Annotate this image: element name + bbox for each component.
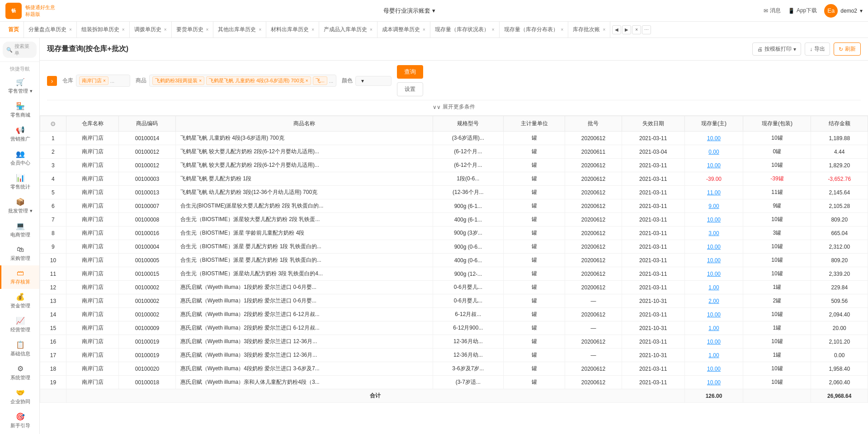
close-icon[interactable]: × xyxy=(311,27,314,32)
expand-more-btn[interactable]: ∨∨ 展开更多条件 xyxy=(47,100,861,111)
close-icon[interactable]: × xyxy=(206,27,209,32)
tab-batch-account[interactable]: 库存批次账 × xyxy=(568,22,610,38)
row-stock[interactable]: 9.00 xyxy=(684,199,743,213)
tab-cost-adjust[interactable]: 成本调整单历史 × xyxy=(377,22,430,38)
row-spec: 400g (0-6... xyxy=(433,254,504,267)
sidebar-item-enterprise[interactable]: 🤝 企业协同 xyxy=(0,385,39,409)
row-stock[interactable]: 10.00 xyxy=(684,132,743,145)
page-title: 现存量查询(按仓库+批次) xyxy=(47,44,128,54)
filter-more-dots[interactable]: ... xyxy=(110,78,114,84)
sidebar-item-ecommerce[interactable]: 💻 电商管理 xyxy=(0,218,39,242)
filter-expand-btn[interactable]: › xyxy=(47,76,57,86)
tab-combo-history[interactable]: 组装拆卸单历史 × xyxy=(77,22,130,38)
row-stock[interactable]: 3.00 xyxy=(684,226,743,240)
close-icon[interactable]: × xyxy=(259,27,261,32)
close-icon[interactable]: × xyxy=(561,27,564,32)
table-row: 17 南岸门店 00100019 惠氏启赋（Wyeth illuma）3段奶粉 … xyxy=(40,349,868,362)
row-expire: 2021-03-11 xyxy=(622,132,684,145)
tab-label: 成本调整单历史 xyxy=(382,26,420,33)
remove-product-tag-2-icon[interactable]: × xyxy=(306,78,308,83)
tab-material-out[interactable]: 材料出库单历史 × xyxy=(266,22,319,38)
row-name: 合生元（BIOSTIME）派星 学龄前儿童配方奶粉 4段 xyxy=(175,226,433,240)
sidebar-item-wholesale[interactable]: 📦 批发管理 ▾ xyxy=(0,194,39,218)
row-stock[interactable]: 10.00 xyxy=(684,159,743,172)
sidebar-item-retail-mgmt[interactable]: 🛒 零售管理 ▾ xyxy=(0,74,39,98)
tab-stock-status[interactable]: 现存量（库存状况表） × xyxy=(430,22,500,38)
close-icon[interactable]: × xyxy=(492,27,495,32)
message-btn[interactable]: ✉ 消息 xyxy=(764,7,781,14)
tab-split-history[interactable]: 分量盘点单历史 × xyxy=(24,22,77,38)
sidebar-item-guide[interactable]: 🎯 新手引导 xyxy=(0,409,39,433)
row-stock[interactable]: 1.00 xyxy=(684,349,743,362)
row-stock[interactable]: 10.00 xyxy=(684,267,743,281)
row-stock[interactable]: 0.00 xyxy=(684,145,743,159)
row-stock[interactable]: 10.00 xyxy=(684,335,743,349)
close-icon[interactable]: × xyxy=(603,27,605,32)
close-icon[interactable]: × xyxy=(423,27,425,32)
row-stock[interactable]: 10.00 xyxy=(684,362,743,376)
app-download-btn[interactable]: 📱 App下载 xyxy=(788,7,817,14)
remove-warehouse-tag-icon[interactable]: × xyxy=(103,78,106,83)
row-stock[interactable]: 10.00 xyxy=(684,254,743,267)
sidebar-item-retail-mall[interactable]: 🏪 零售商城 xyxy=(0,98,39,122)
product-filter-more-dots[interactable]: ... xyxy=(329,78,333,84)
tab-mix-history[interactable]: 调拨单历史 × xyxy=(130,22,172,38)
nav-more-btn[interactable]: ⋯ xyxy=(642,25,651,34)
summary-total-amount: 26,968.64 xyxy=(811,389,868,403)
row-stock[interactable]: 10.00 xyxy=(684,376,743,389)
user-area[interactable]: Ea demo2 ▾ xyxy=(824,4,863,18)
row-stock[interactable]: 11.00 xyxy=(684,186,743,199)
tab-require-history[interactable]: 要货单历史 × xyxy=(172,22,214,38)
sidebar-search-area[interactable]: 🔍 搜索菜单 xyxy=(0,38,39,62)
row-stock[interactable]: -39.00 xyxy=(684,172,743,186)
search-input-area[interactable]: 🔍 搜索菜单 xyxy=(3,42,37,58)
warehouse-tag-container[interactable]: 南岸门店 × ... xyxy=(76,75,130,87)
close-icon[interactable]: × xyxy=(164,27,167,32)
summary-total-stock: 126.00 xyxy=(684,389,743,403)
sidebar-item-operations[interactable]: 📈 经营管理 xyxy=(0,313,39,337)
row-expire: 2021-03-11 xyxy=(622,159,684,172)
sidebar-item-purchase[interactable]: 🛍 采购管理 xyxy=(0,242,39,265)
row-stock[interactable]: 10.00 xyxy=(684,308,743,321)
row-stock[interactable]: 1.00 xyxy=(684,281,743,294)
tab-other-out[interactable]: 其他出库单历史 × xyxy=(213,22,266,38)
nav-next-btn[interactable]: ▶ xyxy=(622,25,631,34)
product-tag-container[interactable]: 飞鹤奶粉3段两提装 × 飞鹤星飞帆 儿童奶粉 4段(3-6岁适用) 700克 ×… xyxy=(149,75,336,87)
enterprise-selector[interactable]: 母婴行业演示账套 ▾ xyxy=(383,7,435,15)
close-icon[interactable]: × xyxy=(122,27,125,32)
sidebar-item-finance[interactable]: 💰 资金管理 xyxy=(0,289,39,313)
tab-label: 要货单历史 xyxy=(176,26,203,33)
close-icon[interactable]: × xyxy=(69,27,72,32)
sidebar-quick-nav[interactable]: 快捷导航 xyxy=(0,62,39,74)
row-code: 00100018 xyxy=(119,376,175,389)
row-stock[interactable]: 10.00 xyxy=(684,240,743,254)
close-icon[interactable]: × xyxy=(370,27,373,32)
sidebar-item-system[interactable]: ⚙ 系统管理 xyxy=(0,361,39,385)
tab-stock-dist[interactable]: 现存量（库存分布表） × xyxy=(500,22,569,38)
color-dropdown[interactable]: ▾ xyxy=(355,76,392,86)
table-row: 10 南岸门店 00100005 合生元（BIOSTIME）派星 婴儿配方奶粉 … xyxy=(40,254,868,267)
system-icon: ⚙ xyxy=(17,364,24,373)
tab-home[interactable]: 首页 xyxy=(4,22,24,38)
purchase-label: 采购管理 xyxy=(10,255,30,262)
column-settings-icon[interactable]: ⚙ xyxy=(50,120,56,127)
remove-product-tag-1-icon[interactable]: × xyxy=(199,78,202,83)
nav-prev-btn[interactable]: ◀ xyxy=(612,25,621,34)
sidebar-item-member[interactable]: 👥 会员中心 xyxy=(0,146,39,170)
row-stock[interactable]: 2.00 xyxy=(684,294,743,308)
sidebar-item-retail-stats[interactable]: 📊 零售统计 xyxy=(0,170,39,194)
row-stock[interactable]: 1.00 xyxy=(684,321,743,335)
nav-close-btn[interactable]: × xyxy=(632,25,641,34)
sidebar-item-marketing[interactable]: 📢 营销推广 xyxy=(0,122,39,146)
table-row: 15 南岸门店 00100009 惠氏启赋（Wyeth illuma）2段奶粉 … xyxy=(40,321,868,335)
print-btn[interactable]: 🖨 按模板打印 ▾ xyxy=(752,42,801,56)
sidebar-item-basic[interactable]: 📋 基础信息 xyxy=(0,337,39,361)
row-stock[interactable]: 10.00 xyxy=(684,213,743,226)
settings-btn[interactable]: 设置 xyxy=(397,82,423,96)
tab-product-in[interactable]: 产成品入库单历史 × xyxy=(319,22,377,38)
export-btn[interactable]: ↓ 导出 xyxy=(805,42,830,56)
sidebar-item-inventory[interactable]: 🗃 库存核算 xyxy=(0,265,39,289)
query-btn[interactable]: 查询 xyxy=(397,65,423,79)
refresh-btn[interactable]: ↻ 刷新 xyxy=(834,42,861,56)
row-amount: -3,652.76 xyxy=(811,172,868,186)
